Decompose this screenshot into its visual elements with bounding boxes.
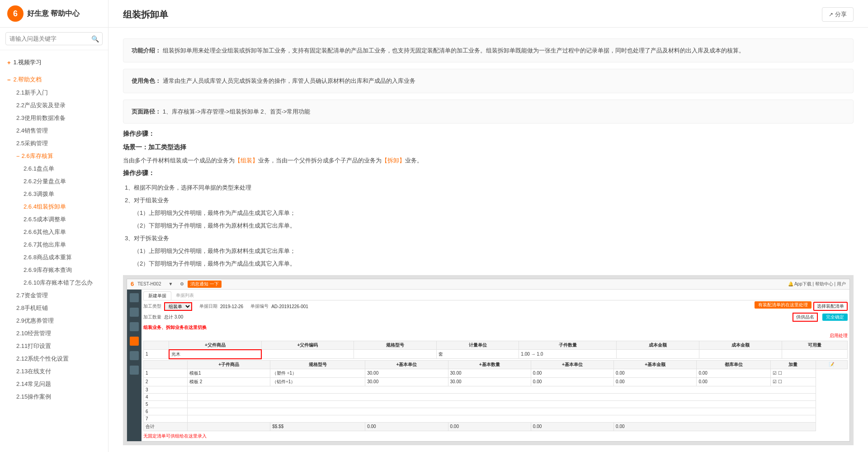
sidebar-item-inv-error[interactable]: 2.6.10库存账本错了怎么办 xyxy=(0,276,108,289)
step3-sub1: （1）上部明细为父件明细，最终作为原材料生成其它出库单； xyxy=(125,245,854,257)
sim-lower-td-base2: 0.00 xyxy=(614,377,697,386)
sim-td-unit-cost xyxy=(699,350,782,359)
sidebar-item-ops-mgmt[interactable]: 2.10经营管理 xyxy=(0,327,108,340)
steps-list: 1、根据不同的业务，选择不同单据的类型来处理 2、对于组装业务 （1）上部明细为… xyxy=(123,182,854,270)
sim-confirm-btn[interactable]: 完全确定 xyxy=(822,314,848,321)
share-label: 分享 xyxy=(835,10,847,19)
sim-lower-row-3: 3 xyxy=(144,386,848,393)
sidebar-item-stocktake[interactable]: 2.6.1盘点单 xyxy=(0,162,108,175)
annotation-no-bom: 无固定清单可供组给在这里录入 xyxy=(143,433,207,438)
sim-date-val: 2019-12-26 xyxy=(220,304,243,309)
path-text: 1、库存核算->库存管理->组装拆卸单 2、首页->常用功能 xyxy=(163,108,311,115)
sim-qty-val: 总计 3.00 xyxy=(164,314,183,320)
sim-screenshot: 6 TEST-H002 ▼ ⚙ 消息通知 一下 🔔 App下载 | 帮助中心 |… xyxy=(127,279,850,442)
sidebar-item-personalize[interactable]: 2.12系统个性化设置 xyxy=(0,352,108,365)
sidebar-item-assembly[interactable]: 2.6.4组装拆卸单 xyxy=(0,200,108,213)
sim-label-qty: 加工数量 xyxy=(143,314,161,320)
sidebar-item-cost-recalc[interactable]: 2.6.8商品成本重算 xyxy=(0,251,108,264)
sim-lower-td-qty2: 30.00 xyxy=(448,377,531,386)
sim-lower-td-unit1: 30.00 xyxy=(365,369,448,377)
sim-lower-td-idx1: 1 xyxy=(144,369,188,377)
sim-td-avail xyxy=(782,350,847,359)
sim-lower-td-empty3 xyxy=(187,386,816,393)
sidebar-item-mobile[interactable]: 2.8手机旺铺 xyxy=(0,302,108,314)
sim-th-unit-cost: 成本金额 xyxy=(699,341,782,350)
sidebar-label-videos: 1.视频学习 xyxy=(14,58,42,67)
sim-lower-td-empty6 xyxy=(187,408,816,415)
sim-lower-td-extra1: ☑ ☐ xyxy=(771,369,816,377)
sim-content-area: 新建单据 单据列表 加工类型 组装单 拆卸单 单据日期 2019-12-26 xyxy=(127,290,849,441)
path-block: 页面路径： 1、库存核算->库存管理->组装拆卸单 2、首页->常用功能 xyxy=(123,100,854,124)
sim-qiyong-label: 供供品名 xyxy=(796,314,814,319)
sim-lower-row-4: 4 xyxy=(144,393,848,400)
sidebar-item-purchase[interactable]: 2.5采购管理 xyxy=(0,137,108,150)
sim-lower-td-idx7: 7 xyxy=(144,415,188,422)
search-input[interactable] xyxy=(5,32,103,45)
sim-main-content: 新建单据 单据列表 加工类型 组装单 拆卸单 单据日期 2019-12-26 xyxy=(142,290,849,441)
sim-lower-row-6: 6 xyxy=(144,408,848,415)
sidebar-item-install[interactable]: 2.2产品安装及登录 xyxy=(0,99,108,112)
annotation-toggle: 组装业务、拆卸业务在这里切换 xyxy=(143,324,207,331)
sim-lower-td-base1: 0.00 xyxy=(614,369,697,377)
sidebar-item-print[interactable]: 2.11打印设置 xyxy=(0,340,108,352)
sidebar-item-faq[interactable]: 2.14常见问题 xyxy=(0,378,108,390)
sidebar-header: 6 好生意 帮助中心 xyxy=(0,0,108,28)
sidebar-item-finance[interactable]: 2.7资金管理 xyxy=(0,289,108,302)
sim-td-idx: 1 xyxy=(144,350,169,359)
sim-td-code xyxy=(261,350,354,359)
step2-sub1: （1）上部明细为父件明细，最终作为产成品生成其它入库单； xyxy=(125,207,854,219)
sim-td-unit: 套 xyxy=(436,350,519,359)
sim-topbar: 6 TEST-H002 ▼ ⚙ 消息通知 一下 🔔 App下载 | 帮助中心 |… xyxy=(127,279,849,290)
sidebar-item-data-prep[interactable]: 2.3使用前数据准备 xyxy=(0,112,108,124)
sidebar-item-transfer[interactable]: 2.6.3调拨单 xyxy=(0,188,108,200)
sidebar-item-payment[interactable]: 2.13在线支付 xyxy=(0,365,108,378)
sim-left-sidebar xyxy=(127,290,142,441)
sim-th-spec: 规格型号 xyxy=(354,341,437,350)
sim-lower-td-inv1: 0.00 xyxy=(697,369,771,377)
sim-th-cost: 成本金额 xyxy=(617,341,699,350)
sim-docno-val: AD-20191226-001 xyxy=(271,304,308,309)
sim-lower-tfoot-last: 0.00 xyxy=(614,422,816,431)
sidebar-item-sales[interactable]: 2.4销售管理 xyxy=(0,124,108,137)
sim-lower-tfoot: 合计 $$.$$ 0.00 0.00 0.00 0.00 xyxy=(144,422,848,431)
sim-th-parent-goods: +父件商品 xyxy=(169,341,261,350)
sidebar-item-coupons[interactable]: 2.9优惠券管理 xyxy=(0,314,108,327)
sidebar-item-docs[interactable]: − 2.帮助文档 xyxy=(0,73,108,86)
sidebar-item-videos[interactable]: + 1.视频学习 xyxy=(0,56,108,69)
sim-td-cost-amt xyxy=(617,350,699,359)
sim-label-docno: 单据编号 xyxy=(250,303,269,309)
step2: 2、对于组装业务 xyxy=(125,195,854,206)
scene1-desc: 当由多个子件材料组装成一个成品的业务为【组装】业务，当由一个父件拆分成多个子产品… xyxy=(123,155,854,167)
sidebar-item-newbie[interactable]: 2.1新手入门 xyxy=(0,86,108,99)
sim-lower-tfoot-c2: 0.00 xyxy=(448,422,531,431)
sim-qiyong-input: 供供品名 xyxy=(793,313,818,322)
share-icon: ↗ xyxy=(829,11,833,18)
role-label: 使用角色： xyxy=(132,77,161,84)
sim-lower-td-amt2: 0.00 xyxy=(531,377,613,386)
sim-td-qty: 1.00 → 1.0 xyxy=(519,350,617,359)
sidebar-item-other-out[interactable]: 2.6.7其他出库单 xyxy=(0,238,108,251)
sim-lower-table: +子件商品 规格型号 +基本单位 +基本数量 +基本单位 +基本金额 都库单位 … xyxy=(143,360,848,431)
screenshot-wrapper: 6 TEST-H002 ▼ ⚙ 消息通知 一下 🔔 App下载 | 帮助中心 |… xyxy=(123,275,854,445)
sim-lower-th8: 都库单位 xyxy=(697,360,771,369)
sim-lower-th10: 📝 xyxy=(816,360,847,369)
sim-td-spec xyxy=(354,350,437,359)
sim-lower-td-idx2: 2 xyxy=(144,377,188,386)
search-icon[interactable]: 🔍 xyxy=(91,35,99,43)
sim-lower-td-idx5: 5 xyxy=(144,400,188,408)
sidebar-item-partial-stocktake[interactable]: 2.6.2分量盘点单 xyxy=(0,175,108,188)
annotation-no-bom-wrapper: 无固定清单可供组给在这里录入 xyxy=(143,433,848,439)
sim-lower-td-inv2: 0.00 xyxy=(697,377,771,386)
sidebar-item-cases[interactable]: 2.15操作案例 xyxy=(0,390,108,403)
sim-lower-td-goods1: 模板1 xyxy=(187,369,270,377)
nav-section-2: − 2.帮助文档 2.1新手入门 2.2产品安装及登录 2.3使用前数据准备 2… xyxy=(0,71,108,405)
sidebar-item-cost-adjust[interactable]: 2.6.5成本调整单 xyxy=(0,213,108,226)
sidebar-item-inventory[interactable]: − 2.6库存核算 xyxy=(0,150,108,162)
sim-lower-th4: +基本单位 xyxy=(365,360,448,369)
share-button[interactable]: ↗ 分享 xyxy=(822,7,854,22)
sim-type-select[interactable]: 组装单 拆卸单 xyxy=(164,302,192,311)
sim-lower-td-idx6: 6 xyxy=(144,408,188,415)
sidebar-item-inv-ledger[interactable]: 2.6.9库存账本查询 xyxy=(0,264,108,276)
sim-select-bom-btn[interactable]: 选择装配清单 xyxy=(813,302,848,311)
sidebar-item-other-in[interactable]: 2.6.6其他入库单 xyxy=(0,226,108,238)
